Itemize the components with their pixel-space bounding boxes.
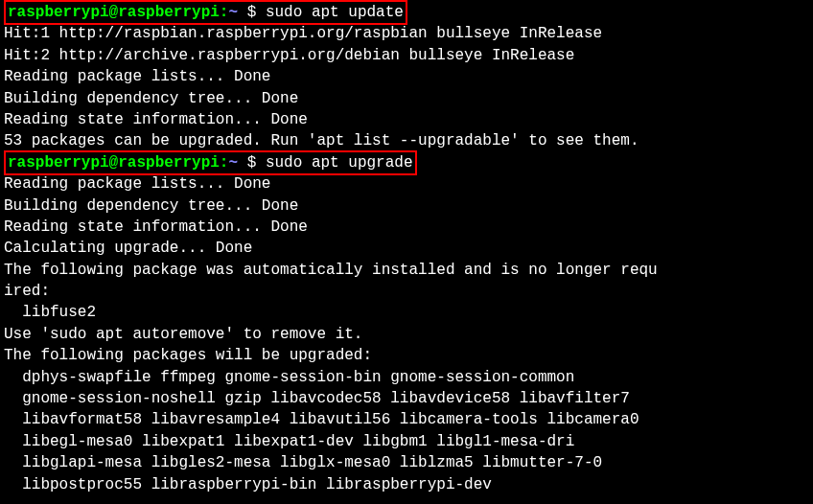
output-line: Hit:2 http://archive.raspberrypi.org/deb… [4, 45, 809, 66]
output-line: libavformat58 libavresample4 libavutil56… [4, 409, 809, 430]
output-line: Hit:1 http://raspbian.raspberrypi.org/ra… [4, 23, 809, 44]
output-line: dphys-swapfile ffmpeg gnome-session-bin … [4, 367, 809, 388]
output-line: Use 'sudo apt autoremove' to remove it. [4, 324, 809, 345]
prompt-separator: : [220, 4, 229, 21]
output-line: Reading package lists... Done [4, 173, 809, 195]
output-line: 53 packages can be upgraded. Run 'apt li… [4, 130, 809, 151]
command-text[interactable]: sudo apt update [266, 4, 404, 21]
command-line-2: raspberrypi@raspberrypi:~ $ sudo apt upg… [4, 152, 809, 173]
output-line: Building dependency tree... Done [4, 195, 809, 217]
prompt-path: ~ [228, 4, 238, 21]
output-line: libpostproc55 libraspberrypi-bin librasp… [4, 474, 809, 495]
output-line: Reading state information... Done [4, 217, 809, 238]
prompt-user: raspberrypi@raspberrypi [8, 154, 220, 172]
highlight-box-1: raspberrypi@raspberrypi:~ $ sudo apt upd… [4, 0, 407, 25]
output-line: Reading package lists... Done [4, 66, 809, 87]
output-line: The following packages will be upgraded: [4, 345, 809, 366]
prompt-user: raspberrypi@raspberrypi [8, 4, 220, 21]
output-line: Calculating upgrade... Done [4, 238, 809, 259]
terminal-window: raspberrypi@raspberrypi:~ $ sudo apt upd… [0, 0, 813, 497]
output-line: libglapi-mesa libgles2-mesa libglx-mesa0… [4, 452, 809, 473]
output-line: libfuse2 [4, 302, 809, 323]
prompt-separator: : [220, 154, 229, 172]
command-text[interactable]: sudo apt upgrade [266, 154, 413, 172]
output-line: Reading state information... Done [4, 109, 809, 130]
output-line: gnome-session-noshell gzip libavcodec58 … [4, 388, 809, 409]
output-line: ired: [4, 281, 809, 302]
prompt-path: ~ [228, 154, 238, 172]
prompt-dollar: $ [238, 4, 266, 21]
command-line-1: raspberrypi@raspberrypi:~ $ sudo apt upd… [4, 2, 809, 23]
output-line: libegl-mesa0 libexpat1 libexpat1-dev lib… [4, 431, 809, 452]
output-line: The following package was automatically … [4, 260, 809, 281]
prompt-dollar: $ [238, 154, 266, 172]
highlight-box-2: raspberrypi@raspberrypi:~ $ sudo apt upg… [4, 150, 417, 175]
output-line: Building dependency tree... Done [4, 88, 809, 109]
